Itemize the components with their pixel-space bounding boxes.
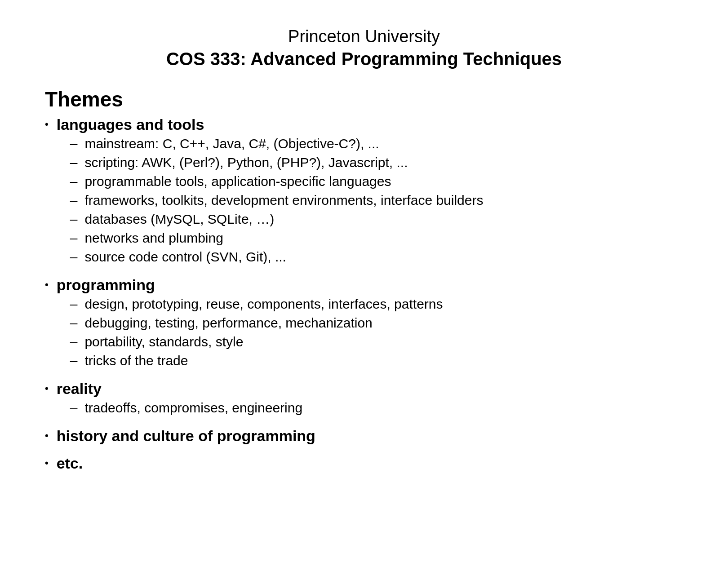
item-content: etc. [57, 455, 692, 474]
dash-icon: – [70, 334, 78, 350]
dash-icon: – [70, 136, 78, 151]
list-item: – frameworks, toolkits, development envi… [70, 193, 692, 208]
list-item: • programming – design, prototyping, reu… [45, 276, 692, 372]
subtopic-text: design, prototyping, reuse, components, … [84, 296, 443, 312]
list-item: – tricks of the trade [70, 353, 692, 368]
list-item: – design, prototyping, reuse, components… [70, 296, 692, 312]
item-content: languages and tools – mainstream: C, C++… [57, 116, 692, 268]
subtopic-text: source code control (SVN, Git), ... [84, 249, 286, 265]
topic-label: languages and tools [57, 116, 692, 133]
subtopic-text: databases (MySQL, SQLite, …) [84, 212, 274, 227]
subtopic-text: tricks of the trade [84, 353, 188, 368]
topic-label: programming [57, 276, 692, 294]
list-item: – debugging, testing, performance, mecha… [70, 315, 692, 331]
subtopics-list: – tradeoffs, compromises, engineering [70, 400, 692, 416]
item-content: reality – tradeoffs, compromises, engine… [57, 380, 692, 419]
topic-label: etc. [57, 455, 692, 472]
list-item: • etc. [45, 455, 692, 474]
list-item: – mainstream: C, C++, Java, C#, (Objecti… [70, 136, 692, 151]
list-item: • reality – tradeoffs, compromises, engi… [45, 380, 692, 419]
main-content: Themes • languages and tools – mainstrea… [36, 87, 692, 474]
subtopic-text: mainstream: C, C++, Java, C#, (Objective… [84, 136, 379, 151]
topic-label: history and culture of programming [57, 427, 692, 445]
list-item: – portability, standards, style [70, 334, 692, 350]
list-item: – source code control (SVN, Git), ... [70, 249, 692, 265]
subtopics-list: – mainstream: C, C++, Java, C#, (Objecti… [70, 136, 692, 265]
topics-list: • languages and tools – mainstream: C, C… [45, 116, 692, 474]
subtopic-text: networks and plumbing [84, 230, 223, 246]
dash-icon: – [70, 193, 78, 208]
dash-icon: – [70, 296, 78, 312]
list-item: – networks and plumbing [70, 230, 692, 246]
topic-label: reality [57, 380, 692, 398]
subtopics-list: – design, prototyping, reuse, components… [70, 296, 692, 368]
list-item: • languages and tools – mainstream: C, C… [45, 116, 692, 268]
bullet-icon: • [45, 383, 49, 394]
list-item: – tradeoffs, compromises, engineering [70, 400, 692, 416]
dash-icon: – [70, 353, 78, 368]
subtopic-text: programmable tools, application-specific… [84, 174, 391, 189]
page-container: Princeton University COS 333: Advanced P… [36, 18, 692, 474]
item-content: history and culture of programming [57, 427, 692, 447]
section-title: Themes [45, 87, 692, 111]
dash-icon: – [70, 400, 78, 416]
bullet-icon: • [45, 430, 49, 442]
dash-icon: – [70, 249, 78, 265]
dash-icon: – [70, 212, 78, 227]
list-item: • history and culture of programming [45, 427, 692, 447]
subtopic-text: debugging, testing, performance, mechani… [84, 315, 372, 331]
university-name: Princeton University [36, 27, 692, 46]
subtopic-text: tradeoffs, compromises, engineering [84, 400, 302, 416]
subtopic-text: portability, standards, style [84, 334, 243, 350]
item-content: programming – design, prototyping, reuse… [57, 276, 692, 372]
subtopic-text: frameworks, toolkits, development enviro… [84, 193, 483, 208]
list-item: – scripting: AWK, (Perl?), Python, (PHP?… [70, 155, 692, 170]
dash-icon: – [70, 315, 78, 331]
dash-icon: – [70, 155, 78, 170]
list-item: – programmable tools, application-specif… [70, 174, 692, 189]
list-item: – databases (MySQL, SQLite, …) [70, 212, 692, 227]
subtopic-text: scripting: AWK, (Perl?), Python, (PHP?),… [84, 155, 408, 170]
bullet-icon: • [45, 119, 49, 130]
bullet-icon: • [45, 279, 49, 291]
page-header: Princeton University COS 333: Advanced P… [36, 18, 692, 69]
dash-icon: – [70, 230, 78, 246]
dash-icon: – [70, 174, 78, 189]
bullet-icon: • [45, 457, 49, 469]
course-title: COS 333: Advanced Programming Techniques [36, 49, 692, 69]
